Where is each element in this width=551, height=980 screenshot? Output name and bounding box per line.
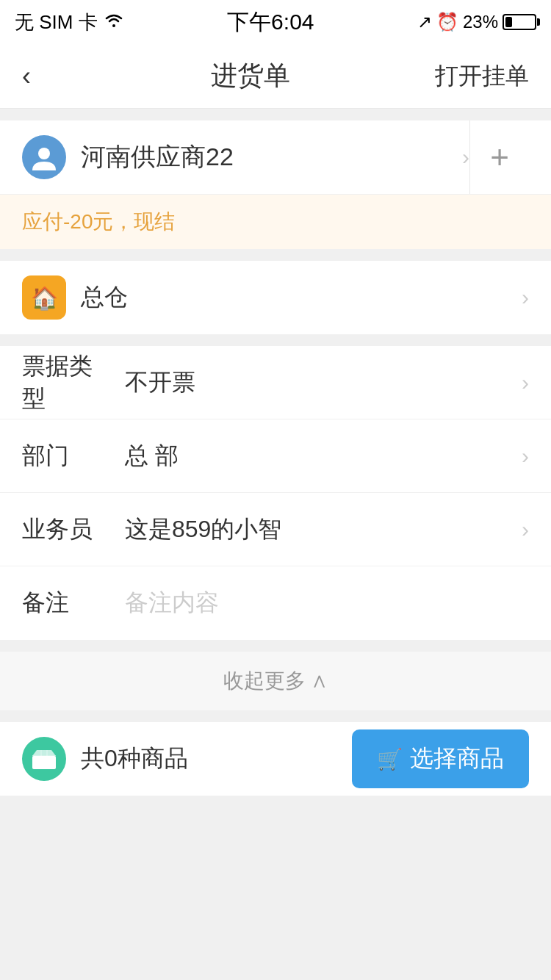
nav-bar: ‹ 进货单 打开挂单 [0,44,551,109]
invoice-type-row[interactable]: 票据类型 不开票 › [0,346,551,419]
salesperson-label: 业务员 [22,514,110,546]
page-title: 进货单 [211,58,290,94]
product-icon [22,737,66,781]
cart-icon: 🛒 [377,747,403,771]
warehouse-label: 总仓 [81,281,514,314]
remark-label: 备注 [22,587,110,619]
salesperson-chevron-icon: › [522,517,529,542]
alarm-icon: ⏰ [436,12,458,32]
supplier-chevron-icon: › [462,145,469,170]
svg-point-0 [38,148,50,159]
notice-bar: 应付-20元，现结 [0,195,551,249]
department-row[interactable]: 部门 总 部 › [0,419,551,493]
select-btn-label: 选择商品 [410,743,504,775]
department-chevron-icon: › [522,444,529,469]
back-button[interactable]: ‹ [22,61,66,92]
salesperson-value: 这是859的小智 [110,514,514,546]
remark-input[interactable]: 备注内容 [110,587,529,619]
supplier-name: 河南供应商22 [81,140,455,174]
status-bar: 无 SIM 卡 下午6:04 ↗ ⏰ 23% [0,0,551,44]
warehouse-row[interactable]: 🏠 总仓 › [0,261,551,334]
warehouse-icon-wrap: 🏠 [22,275,66,320]
section-divider-1 [0,109,551,120]
warehouse-section: 🏠 总仓 › [0,261,551,334]
collapse-text: 收起更多 ∧ [223,667,328,695]
supplier-section: 河南供应商22 › + [0,120,551,195]
invoice-type-value: 不开票 [110,367,514,399]
status-left: 无 SIM 卡 [15,10,124,35]
carrier-label: 无 SIM 卡 [15,10,98,35]
department-value: 总 部 [110,440,514,472]
warehouse-icon: 🏠 [31,285,58,311]
department-label: 部门 [22,440,110,472]
supplier-avatar [22,135,66,179]
select-product-button[interactable]: 🛒 选择商品 [352,729,529,788]
location-icon: ↗ [417,12,432,32]
remark-row[interactable]: 备注 备注内容 [0,566,551,640]
bottom-area [0,796,551,980]
invoice-type-label: 票据类型 [22,350,110,415]
form-section: 票据类型 不开票 › 部门 总 部 › 业务员 这是859的小智 › 备注 备注… [0,346,551,640]
status-time: 下午6:04 [227,7,314,37]
collapse-bar[interactable]: 收起更多 ∧ [0,652,551,710]
product-count: 共0种商品 [81,743,352,775]
supplier-row[interactable]: 河南供应商22 › [22,120,470,194]
product-bar: 共0种商品 🛒 选择商品 [0,722,551,796]
status-right: ↗ ⏰ 23% [417,12,536,32]
warehouse-chevron-icon: › [522,285,529,310]
invoice-type-chevron-icon: › [522,370,529,395]
battery-percent: 23% [463,12,498,32]
open-pending-button[interactable]: 打开挂单 [435,60,529,93]
svg-rect-1 [32,756,56,769]
battery-icon [503,14,536,30]
salesperson-row[interactable]: 业务员 这是859的小智 › [0,493,551,566]
notice-text: 应付-20元，现结 [22,210,175,233]
add-supplier-button[interactable]: + [470,139,529,176]
wifi-icon [104,11,124,34]
